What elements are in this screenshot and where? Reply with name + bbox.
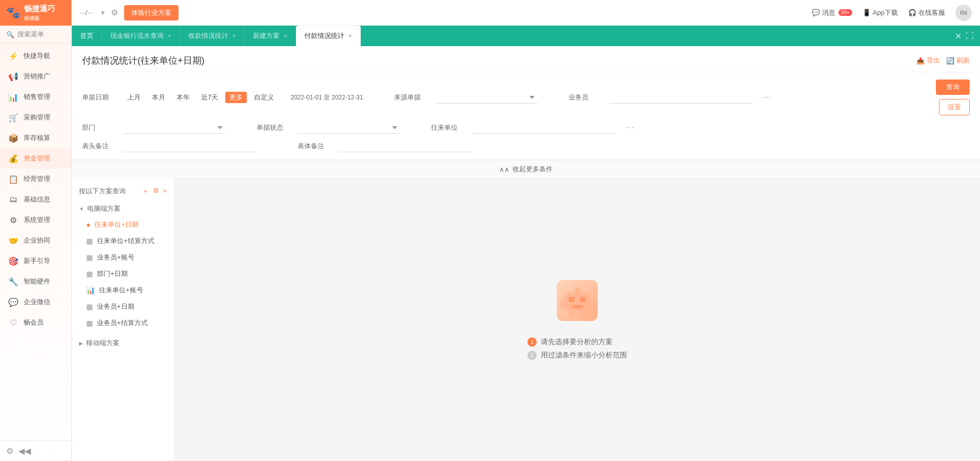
scheme-item-dept-date[interactable]: ▦ 部门+日期	[72, 266, 174, 282]
source-label: 来源单据	[394, 93, 425, 102]
topbar-dropdown-icon[interactable]: ▾	[101, 9, 105, 16]
sidebar-settings-icon[interactable]: ⚙	[6, 446, 13, 456]
settings-button[interactable]: 设置	[939, 99, 970, 115]
refresh-label: 刷新	[956, 56, 970, 65]
sidebar-item-label: 快捷导航	[24, 51, 50, 61]
capital-icon: 💰	[8, 153, 18, 164]
date-tab-last-month[interactable]: 上月	[123, 92, 145, 103]
empty-hint-2: 2 用过滤条件来缩小分析范围	[527, 351, 627, 360]
scheme-item-partner-account[interactable]: 📊 往来单位+账号	[72, 282, 174, 298]
sidebar-item-label: 企业协同	[24, 236, 50, 245]
date-tab-this-year[interactable]: 本年	[172, 92, 194, 103]
date-range-display: 2022-01-01 至 2022-12-31	[290, 93, 363, 102]
online-service-btn[interactable]: 🎧 在线客服	[908, 8, 945, 17]
sidebar-item-smart-hw[interactable]: 🔧 智能硬件	[0, 271, 71, 292]
status-select[interactable]	[298, 122, 400, 134]
date-tab-this-month[interactable]: 本月	[148, 92, 169, 103]
sidebar-item-capital[interactable]: 💰 资金管理	[0, 148, 71, 169]
scheme-item-salesman-date[interactable]: ▦ 业务员+日期	[72, 298, 174, 315]
partner-dots[interactable]: ···	[626, 123, 634, 132]
sidebar-item-enterprise[interactable]: 🤝 企业协同	[0, 230, 71, 251]
tab-payment-stats[interactable]: 付款情况统计 ×	[296, 26, 361, 46]
status-label: 单据状态	[257, 123, 287, 132]
topbar-settings-icon[interactable]: ⚙	[111, 8, 118, 17]
empty-hint-1: 1 请先选择要分析的方案	[527, 337, 627, 347]
tab-receipts-stats-close[interactable]: ×	[232, 32, 236, 39]
sidebar-item-weapp[interactable]: 💬 企业微信	[0, 292, 71, 312]
tab-close-all-icon[interactable]: ✕	[955, 31, 962, 41]
scheme-item-chart-icon: 📊	[86, 286, 95, 294]
sidebar-item-label: 库存核算	[24, 133, 50, 143]
sidebar-item-quick-nav[interactable]: ⚡ 快捷导航	[0, 46, 71, 66]
scheme-item-partner-date[interactable]: ● 往来单位+日期	[72, 216, 174, 233]
app-download-btn[interactable]: 📱 App下载	[863, 8, 898, 17]
salesman-input[interactable]	[610, 91, 753, 104]
query-button[interactable]: 查询	[936, 79, 970, 95]
message-btn[interactable]: 💬 消息 99+	[812, 8, 852, 17]
scheme-add-icon[interactable]: ＋	[142, 187, 149, 196]
sidebar-item-label: 基础信息	[24, 195, 50, 204]
salesman-dots[interactable]: ···	[763, 93, 772, 102]
partner-input[interactable]	[472, 122, 616, 134]
sidebar-item-member[interactable]: ♡ 畅会员	[0, 312, 71, 333]
source-select[interactable]	[435, 91, 538, 104]
dept-label: 部门	[82, 123, 113, 132]
tab-expand-icon[interactable]: ⛶	[966, 31, 974, 41]
member-icon: ♡	[8, 317, 18, 328]
logo-name: 畅捷通巧	[24, 4, 55, 14]
scheme-item-label: 往来单位+日期	[94, 220, 139, 229]
trial-button[interactable]: 体验行业方案	[124, 5, 179, 21]
tab-payment-stats-close[interactable]: ×	[348, 32, 352, 39]
date-tab-more[interactable]: 更多	[225, 92, 247, 103]
sidebar-item-label: 销售管理	[24, 92, 50, 102]
partner-label: 往来单位	[431, 123, 462, 132]
body-note-input[interactable]	[339, 140, 472, 152]
sidebar-item-marketing[interactable]: 📢 营销推广	[0, 66, 71, 87]
sidebar-item-purchase[interactable]: 🛒 采购管理	[0, 107, 71, 128]
scheme-collapse-icon[interactable]: «	[163, 187, 167, 196]
main-content: ···/··· ▾ ⚙ 体验行业方案 💬 消息 99+ 📱 App下载 🎧 在线…	[72, 0, 980, 461]
online-service-label: 在线客服	[918, 8, 945, 17]
user-avatar[interactable]: Rit	[955, 5, 972, 21]
tab-home[interactable]: 首页	[72, 26, 102, 46]
sidebar-collapse-icon[interactable]: ◀◀	[18, 446, 31, 456]
date-tab-7days[interactable]: 近7天	[197, 92, 222, 103]
refresh-button[interactable]: 🔄 刷新	[946, 56, 970, 65]
tab-cash-flow-close[interactable]: ×	[168, 32, 171, 39]
scheme-settings-icon[interactable]: ⚙	[153, 187, 159, 196]
scheme-item-label: 往来单位+结算方式	[97, 236, 154, 246]
date-tab-custom[interactable]: 自定义	[250, 92, 278, 103]
tab-cash-flow[interactable]: 现金银行流水查询 ×	[102, 26, 180, 46]
tab-new-scheme-close[interactable]: ×	[284, 32, 287, 39]
sidebar-item-label: 资金管理	[24, 154, 50, 163]
sidebar-item-label: 采购管理	[24, 113, 50, 122]
export-button[interactable]: 📤 导出	[916, 56, 940, 65]
scheme-item-partner-settle[interactable]: ▦ 往来单位+结算方式	[72, 233, 174, 249]
sidebar-item-system[interactable]: ⚙ 系统管理	[0, 210, 71, 230]
dept-select[interactable]	[123, 122, 226, 134]
sidebar-item-operations[interactable]: 📋 经营管理	[0, 169, 71, 189]
scheme-section-mobile-header[interactable]: ▶ 移动端方案	[72, 335, 174, 351]
scheme-item-label: 部门+日期	[97, 269, 128, 278]
logo-edition: 标准版	[24, 15, 55, 22]
sidebar-item-inventory[interactable]: 📦 库存核算	[0, 128, 71, 148]
page-header: 付款情况统计(往来单位+日期) 📤 导出 🔄 刷新	[72, 46, 980, 72]
scheme-item-salesman-settle[interactable]: ▦ 业务员+结算方式	[72, 315, 174, 331]
sidebar-item-sales[interactable]: 📊 销售管理	[0, 87, 71, 107]
search-icon: 🔍	[6, 31, 14, 38]
sidebar-search[interactable]: 🔍 搜索菜单	[0, 26, 71, 44]
page-content: 付款情况统计(往来单位+日期) 📤 导出 🔄 刷新 单据日期 上月 本月	[72, 46, 980, 461]
sidebar-item-guide[interactable]: 🎯 新手引导	[0, 251, 71, 271]
inventory-icon: 📦	[8, 133, 18, 143]
scheme-section-desktop-header[interactable]: ▼ 电脑端方案	[72, 201, 174, 216]
filter-actions: 查询 设置	[936, 79, 970, 115]
sidebar-item-basic-info[interactable]: 🗂 基础信息	[0, 189, 71, 210]
quick-nav-icon: ⚡	[8, 51, 18, 61]
scheme-panel-header: 按以下方案查询 ＋ ⚙ «	[72, 184, 174, 199]
tab-new-scheme[interactable]: 新建方案 ×	[245, 26, 296, 46]
scheme-item-salesman-account[interactable]: ▦ 业务员+账号	[72, 249, 174, 266]
header-note-input[interactable]	[123, 140, 257, 152]
message-badge: 99+	[838, 9, 852, 16]
collapse-more-btn[interactable]: ∧∧ 收起更多条件	[72, 160, 980, 178]
tab-receipts-stats[interactable]: 收款情况统计 ×	[180, 26, 245, 46]
